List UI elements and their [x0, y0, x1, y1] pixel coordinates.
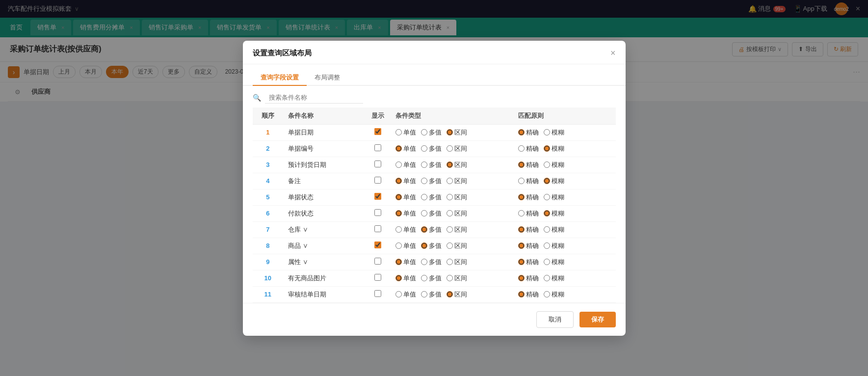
dialog-header: 设置查询区域布局 × [243, 41, 626, 64]
search-input[interactable] [265, 92, 363, 102]
search-icon: 🔍 [253, 94, 261, 102]
dialog-tabs: 查询字段设置 布局调整 [243, 64, 626, 86]
tab-query-fields[interactable]: 查询字段设置 [253, 70, 307, 86]
dialog-search-area: 🔍 [243, 86, 626, 102]
dialog-title: 设置查询区域布局 [253, 49, 312, 58]
settings-dialog: 设置查询区域布局 × 查询字段设置 布局调整 🔍 顺序 条件名称 显示 条件类型 [243, 41, 626, 102]
modal-overlay: 设置查询区域布局 × 查询字段设置 布局调整 🔍 顺序 条件名称 显示 条件类型 [0, 0, 868, 102]
tab-layout-adjust[interactable]: 布局调整 [307, 70, 348, 86]
dialog-close-button[interactable]: × [610, 49, 616, 57]
